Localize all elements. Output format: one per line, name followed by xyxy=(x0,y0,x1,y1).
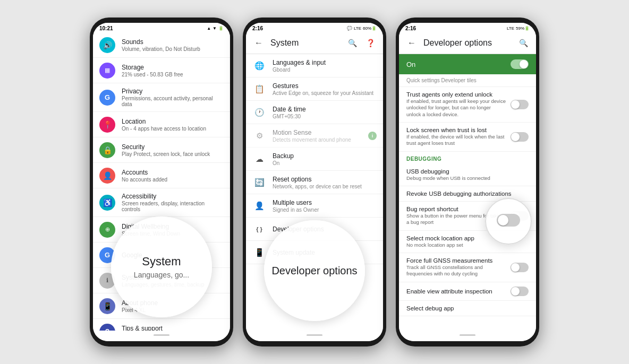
multiuser-text: Multiple users Signed in as Owner xyxy=(273,199,377,213)
view-attr-text: Enable view attribute inspection xyxy=(406,288,506,294)
lang-title: Languages & input xyxy=(273,59,377,66)
list-item[interactable]: 🌐 Languages & input Gboard xyxy=(246,54,383,77)
list-item[interactable]: ⚙ Motion Sense Detects movement around p… xyxy=(246,124,383,148)
list-item[interactable]: 🔊 Sounds Volume, vibration, Do Not Distu… xyxy=(93,32,230,58)
accessibility-icon: ♿ xyxy=(99,195,115,211)
view-attr-toggle[interactable] xyxy=(511,287,529,296)
sounds-sub: Volume, vibration, Do Not Disturb xyxy=(122,46,224,52)
accounts-title: Accounts xyxy=(122,169,224,176)
list-item[interactable]: ♿ Accessibility Screen readers, display,… xyxy=(93,188,230,217)
location-sub: On - 4 apps have access to location xyxy=(122,126,224,132)
phone2-help-button[interactable]: ❓ xyxy=(364,37,377,49)
phones-container: 10:21 ▲ ▼ 🔋 🔊 Sounds Volume, vibration xyxy=(79,7,550,357)
multiuser-title: Multiple users xyxy=(273,199,377,206)
lock-screen-title: Lock screen when trust is lost xyxy=(406,127,506,133)
list-item[interactable]: Lock screen when trust is lost If enable… xyxy=(399,123,536,152)
phone2-wrapper: 2:16 💬 LTE 60%🔋 ← System 🔍 ❓ xyxy=(243,18,386,346)
gnss-toggle[interactable] xyxy=(511,263,529,272)
security-text: Security Play Protect, screen lock, face… xyxy=(122,143,224,157)
motion-sub: Detects movement around phone xyxy=(273,137,362,143)
phone2-status-icons: 💬 LTE 60%🔋 xyxy=(347,26,377,31)
motion-badge: i xyxy=(368,132,377,140)
list-item[interactable]: Force full GNSS measurements Track all G… xyxy=(399,253,536,282)
debugging-label: DEBUGGING xyxy=(399,152,536,164)
phone3-back-button[interactable]: ← xyxy=(405,37,418,49)
trust-agents-title: Trust agents only extend unlock xyxy=(406,91,506,98)
list-item[interactable]: 🔄 Reset options Network, apps, or device… xyxy=(246,171,383,194)
multiuser-icon: 👤 xyxy=(252,199,266,213)
accessibility-sub: Screen readers, display, interaction con… xyxy=(122,201,224,212)
location-text: Location On - 4 apps have access to loca… xyxy=(122,118,224,132)
usb-circle-toggle[interactable] xyxy=(497,214,520,227)
view-attr-title: Enable view attribute inspection xyxy=(406,288,506,294)
phone1-wifi-icon: ▲ xyxy=(207,26,211,31)
quick-settings-dev-tiles: Quick settings Developer tiles xyxy=(399,74,536,87)
dev-on-toggle[interactable] xyxy=(511,59,529,69)
phone3-title: Developer options xyxy=(423,38,512,48)
privacy-title: Privacy xyxy=(122,88,224,95)
phone2-app-bar: ← System 🔍 ❓ xyxy=(246,32,383,54)
trust-agents-toggle[interactable] xyxy=(511,100,529,109)
about-icon: 📱 xyxy=(99,298,115,314)
sysupdate-icon: 📱 xyxy=(252,246,266,259)
phone1-status-icons: ▲ ▼ 🔋 xyxy=(207,26,224,31)
list-item[interactable]: ? Tips & support Help articles, phone & … xyxy=(93,319,230,331)
phone1-signal-icon: ▼ xyxy=(212,26,217,31)
reset-text: Reset options Network, apps, or device c… xyxy=(273,176,377,189)
phone2-time: 2:16 xyxy=(252,25,263,31)
phone3-app-bar: ← Developer options 🔍 xyxy=(399,32,536,54)
list-item[interactable]: 👤 Accounts No accounts added xyxy=(93,163,230,188)
accounts-sub: No accounts added xyxy=(122,177,224,183)
sounds-icon: 🔊 xyxy=(99,37,115,53)
list-item[interactable]: ☁ Backup On xyxy=(246,148,383,171)
storage-title: Storage xyxy=(122,64,224,71)
list-item[interactable]: ▦ Storage 21% used - 50.83 GB free xyxy=(93,58,230,83)
accessibility-text: Accessibility Screen readers, display, i… xyxy=(122,193,224,212)
privacy-sub: Permissions, account activity, personal … xyxy=(122,96,224,107)
security-icon: 🔒 xyxy=(99,142,115,158)
list-item[interactable]: Trust agents only extend unlock If enabl… xyxy=(399,87,536,123)
reset-sub: Network, apps, or device can be reset xyxy=(273,184,377,189)
list-item[interactable]: 🕐 Date & time GMT+05:30 xyxy=(246,101,383,124)
storage-sub: 21% used - 50.83 GB free xyxy=(122,72,224,77)
phone1-circle-overlay: System Languages, go... xyxy=(111,216,212,317)
phone3-search-button[interactable]: 🔍 xyxy=(517,37,530,49)
circle-system-title: System xyxy=(142,255,181,268)
datetime-title: Date & time xyxy=(273,106,377,113)
phone2-back-button[interactable]: ← xyxy=(252,37,265,49)
datetime-sub: GMT+05:30 xyxy=(273,114,377,119)
multiuser-sub: Signed in as Owner xyxy=(273,207,377,213)
list-item[interactable]: 📋 Gestures Active Edge on, squeeze for y… xyxy=(246,77,383,101)
list-item[interactable]: USB debugging Debug mode when USB is con… xyxy=(399,164,536,186)
security-sub: Play Protect, screen lock, face unlock xyxy=(122,151,224,157)
gnss-title: Force full GNSS measurements xyxy=(406,257,506,264)
list-item[interactable]: Select debug app xyxy=(399,301,536,316)
usb-debug-text: USB debugging Debug mode when USB is con… xyxy=(406,168,506,181)
lang-sub: Gboard xyxy=(273,67,377,73)
privacy-text: Privacy Permissions, account activity, p… xyxy=(122,88,224,107)
phone3-signal: LTE xyxy=(507,26,514,31)
list-item[interactable]: 🔒 Security Play Protect, screen lock, fa… xyxy=(93,137,230,163)
list-item[interactable]: Enable view attribute inspection xyxy=(399,282,536,301)
security-title: Security xyxy=(122,143,224,151)
motion-text: Motion Sense Detects movement around pho… xyxy=(273,129,362,143)
list-item[interactable]: G Privacy Permissions, account activity,… xyxy=(93,83,230,112)
list-item[interactable]: 📍 Location On - 4 apps have access to lo… xyxy=(93,112,230,137)
storage-icon: ▦ xyxy=(99,63,115,79)
phone2-status-bar: 2:16 💬 LTE 60%🔋 xyxy=(246,23,383,32)
lock-screen-toggle[interactable] xyxy=(511,132,529,142)
phone3: 2:16 LTE 59%🔋 ← Developer options 🔍 xyxy=(396,18,539,346)
phone3-nav-bar xyxy=(399,331,536,341)
trust-agents-sub: If enabled, trust agents will keep your … xyxy=(406,98,506,118)
location-icon: 📍 xyxy=(99,117,115,133)
phone1-time: 10:21 xyxy=(99,25,113,31)
gesture-title: Gestures xyxy=(273,82,377,90)
phone2-search-button[interactable]: 🔍 xyxy=(346,37,359,49)
motion-title: Motion Sense xyxy=(273,129,362,136)
nav-dot xyxy=(307,334,322,336)
tips-title: Tips & support xyxy=(122,325,224,331)
revoke-usb-text: Revoke USB debugging authorizations xyxy=(406,190,529,197)
lock-screen-text: Lock screen when trust is lost If enable… xyxy=(406,127,506,147)
phone3-battery: 59%🔋 xyxy=(516,26,530,31)
list-item[interactable]: 👤 Multiple users Signed in as Owner xyxy=(246,194,383,218)
